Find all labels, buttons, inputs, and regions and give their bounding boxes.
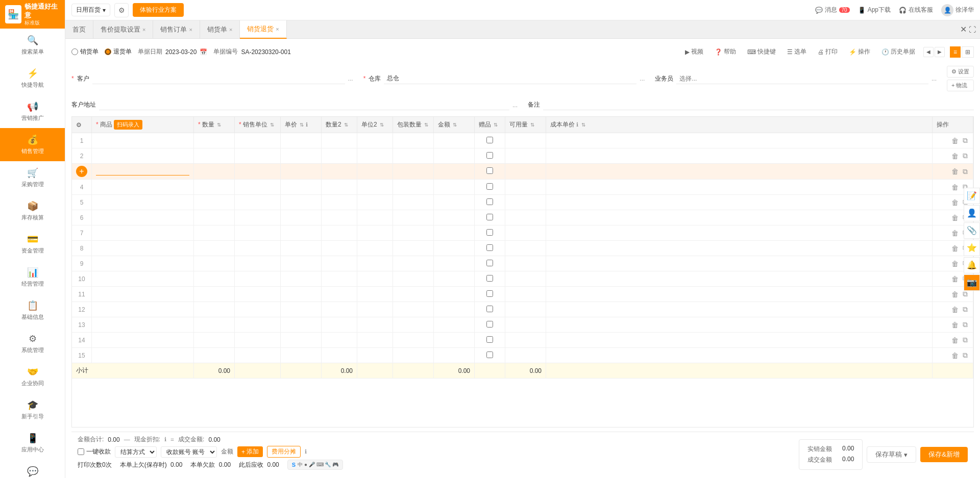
account-select[interactable]: 收款账号 账号 — [161, 446, 217, 458]
note-input[interactable] — [543, 99, 974, 110]
fee-info-icon[interactable]: ℹ — [305, 448, 307, 455]
unit-sort-icon[interactable]: ⇅ — [270, 122, 274, 128]
delete-icon[interactable]: 🗑 — [950, 182, 960, 192]
print-btn[interactable]: 🖨 打印 — [815, 46, 841, 58]
delete-icon-1[interactable]: 🗑 — [950, 136, 960, 146]
copy-icon[interactable]: ⧉ — [962, 319, 969, 330]
price-sort-icon[interactable]: ⇅ — [300, 122, 304, 128]
tab-price-extract[interactable]: 售价提取设置 × — [93, 20, 153, 39]
row-qty-3[interactable] — [194, 164, 235, 180]
row-unit-1[interactable] — [235, 133, 281, 148]
tab-price-extract-close[interactable]: × — [142, 27, 145, 33]
row-pkg-1[interactable] — [393, 133, 434, 148]
gift-sort-icon[interactable]: ⇅ — [494, 122, 498, 128]
sidebar-item-shortcut[interactable]: ⚡ 快捷导航 — [0, 62, 65, 95]
sidebar-item-inventory[interactable]: 📦 库存核算 — [0, 194, 65, 228]
tab-expand-btn[interactable]: ⛶ — [969, 26, 976, 34]
grid-view-btn[interactable]: ⊞ — [962, 46, 974, 58]
row-qty2-2[interactable] — [322, 148, 357, 164]
sidebar-item-sales[interactable]: 💰 销售管理 — [0, 128, 65, 161]
row-amount-1[interactable] — [434, 133, 475, 148]
copy-icon[interactable]: ⧉ — [962, 304, 969, 315]
row-pkg-3[interactable] — [393, 164, 434, 180]
copy-icon-3[interactable]: ⧉ — [962, 166, 969, 177]
cost-sort-icon[interactable]: ⇅ — [581, 122, 585, 128]
delete-icon[interactable]: 🗑 — [950, 243, 960, 254]
scan-btn[interactable]: 扫码录入 — [114, 120, 142, 130]
row-gift-3[interactable] — [475, 164, 505, 180]
row-pkg-2[interactable] — [393, 148, 434, 164]
tab-return-close[interactable]: × — [276, 26, 279, 32]
row-price-1[interactable] — [281, 133, 322, 148]
sidebar-item-collab[interactable]: 🤝 企业协同 — [0, 360, 65, 393]
delete-icon-2[interactable]: 🗑 — [950, 151, 960, 161]
tab-close-btn[interactable]: ✕ — [960, 24, 967, 34]
select-single-btn[interactable]: ☰ 选单 — [784, 46, 810, 58]
unit2-sort-icon[interactable]: ⇅ — [380, 122, 384, 128]
app-download-btn[interactable]: 📱 App下载 — [858, 6, 891, 14]
delete-icon[interactable]: 🗑 — [950, 320, 960, 330]
customer-dots[interactable]: ... — [348, 75, 353, 82]
experience-btn[interactable]: 体验行业方案 — [133, 3, 184, 17]
row-qty-1[interactable] — [194, 133, 235, 148]
avail-sort-icon[interactable]: ⇅ — [530, 122, 534, 128]
row-cost-1[interactable] — [546, 133, 933, 148]
delete-icon[interactable]: 🗑 — [950, 228, 960, 238]
row-amount-3[interactable] — [434, 164, 475, 180]
address-input[interactable] — [99, 99, 509, 110]
row-product-3[interactable] — [92, 164, 194, 180]
amount-sort-icon[interactable]: ⇅ — [453, 122, 457, 128]
pkg-sort-icon[interactable]: ⇅ — [424, 122, 428, 128]
shortcut-btn[interactable]: ⌨ 快捷键 — [744, 46, 779, 58]
delete-icon[interactable]: 🗑 — [950, 213, 960, 223]
sidebar-item-marketing[interactable]: 📢 营销推广 — [0, 95, 65, 128]
tab-home[interactable]: 首页 — [65, 20, 93, 39]
row-amount-2[interactable] — [434, 148, 475, 164]
online-service-btn[interactable]: 🎧 在线客服 — [899, 6, 933, 14]
nav-prev[interactable]: ◀ — [923, 47, 934, 57]
sidebar-item-finance[interactable]: 💳 资金管理 — [0, 228, 65, 261]
sidebar-item-apps[interactable]: 📱 应用中心 — [0, 426, 65, 460]
row-qty-2[interactable] — [194, 148, 235, 164]
tab-sales-order-close[interactable]: × — [189, 27, 192, 33]
list-view-btn[interactable]: ≡ — [950, 46, 961, 58]
row-price-3[interactable] — [281, 164, 322, 180]
row-avail-3[interactable] — [505, 164, 546, 180]
sidebar-item-purchase[interactable]: 🛒 采购管理 — [0, 161, 65, 194]
sidebar-item-weixin[interactable]: 💬 企业微信 — [0, 460, 65, 478]
row-unit-3[interactable] — [235, 164, 281, 180]
price-info-icon[interactable]: ℹ — [306, 121, 308, 128]
row-unit2-1[interactable] — [357, 133, 393, 148]
setup-btn[interactable]: ⚙ 设置 — [947, 66, 974, 78]
copy-icon[interactable]: ⧉ — [962, 335, 969, 345]
add-row-btn[interactable]: + — [76, 166, 87, 177]
tab-return[interactable]: 销货退货 × — [240, 20, 286, 39]
save-draft-btn[interactable]: 保存草稿 ▾ — [867, 446, 916, 463]
tab-sales-order[interactable]: 销售订单 × — [153, 20, 200, 39]
copy-icon-1[interactable]: ⧉ — [962, 135, 969, 146]
one-key-payment-checkbox[interactable]: 一键收款 — [78, 447, 111, 456]
fee-split-btn[interactable]: 费用分摊 — [267, 446, 301, 458]
sidebar-item-system[interactable]: ⚙ 系统管理 — [0, 327, 65, 360]
one-key-checkbox[interactable] — [78, 448, 84, 455]
cost-info-icon[interactable]: ℹ — [576, 121, 578, 128]
sidebar-item-operations[interactable]: 📊 经营管理 — [0, 261, 65, 294]
video-btn[interactable]: ▶ 视频 — [682, 46, 706, 58]
row-unit2-2[interactable] — [357, 148, 393, 164]
salesperson-input[interactable] — [676, 73, 928, 84]
delete-icon[interactable]: 🗑 — [950, 350, 960, 361]
topbar-gear-btn[interactable]: ⚙ — [114, 3, 129, 17]
delete-icon[interactable]: 🗑 — [950, 274, 960, 284]
copy-icon-2[interactable]: ⧉ — [962, 150, 969, 161]
product-input-active[interactable] — [96, 168, 189, 175]
float-user-icon[interactable]: 👤 — [964, 205, 980, 221]
tab-sales[interactable]: 销货单 × — [200, 20, 240, 39]
radio-sales-doc[interactable]: 销货单 — [71, 47, 99, 56]
radio-return-input[interactable] — [105, 48, 111, 55]
qty-sort-icon[interactable]: ⇅ — [217, 122, 221, 128]
row-unit2-3[interactable] — [357, 164, 393, 180]
calendar-icon[interactable]: 📅 — [200, 48, 207, 56]
row-qty2-3[interactable] — [322, 164, 357, 180]
row-price-2[interactable] — [281, 148, 322, 164]
float-attach-icon[interactable]: 📎 — [964, 222, 980, 239]
